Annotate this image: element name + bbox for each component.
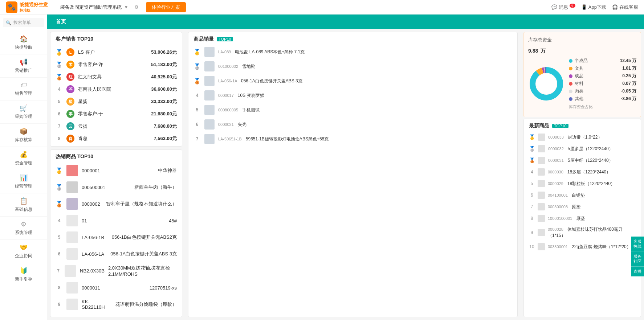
sidebar-item-system[interactable]: ⚙ 系统管理 xyxy=(0,217,47,240)
product-image xyxy=(66,282,78,294)
message-button[interactable]: 💬 消息 6 xyxy=(551,4,575,11)
rank-name: 苍南县人民医院 xyxy=(78,86,147,93)
product-ranking-header: 商品销量 TOP10 xyxy=(188,32,517,45)
rank-number: 7 xyxy=(56,124,63,129)
topbar-right: 💬 消息 6 📱 App下载 🎧 在线客服 xyxy=(551,4,638,11)
rank-number: 8 xyxy=(56,136,63,141)
search-menu-button[interactable]: 🔍 搜索菜单 xyxy=(3,18,44,27)
inventory-summary-panel: 库存总资金 9.88 万 xyxy=(523,32,641,117)
sidebar-label-sales: 销售管理 xyxy=(15,90,32,97)
sidebar: 🔍 搜索菜单 🏠 快捷导航 📢 营销推广 🏷 销售管理 🛒 采购管理 📦 库存核… xyxy=(0,15,47,320)
hot-product-item: 8 0000011 12070519-xs xyxy=(50,279,182,296)
left-column: 客户销售 TOP10 🥇 L LS 客户 53,006.26元 🥈 xyxy=(47,29,185,320)
newest-item: 🥈 0000032 5厘多层（1220*2440） xyxy=(524,143,641,155)
rank-value: 51,183.00元 xyxy=(151,61,177,68)
product-info: 0000017 10S 变刹罗猴 xyxy=(218,93,512,99)
sidebar-label-finance: 资金管理 xyxy=(15,160,32,166)
sidebar-item-purchase[interactable]: 🛒 采购管理 xyxy=(0,100,47,124)
float-btn-live[interactable]: 直播 xyxy=(631,267,644,276)
sidebar-label-basic: 基础信息 xyxy=(15,206,32,213)
legend-dot xyxy=(569,82,572,86)
product-name: 2.0X30MM双搓花轴,搓花直径2.1MM/ROHS xyxy=(108,265,177,277)
sidebar-item-marketing[interactable]: 📢 营销推广 xyxy=(0,54,47,78)
legend-item-stationery: 文具 1.01 万 xyxy=(569,65,636,71)
home-tab[interactable]: 首页 xyxy=(53,19,69,25)
rank-value: 36,600.00元 xyxy=(151,86,177,93)
sidebar-label-inventory: 库存核算 xyxy=(15,137,32,143)
marketing-icon: 📢 xyxy=(20,58,28,66)
sidebar-item-operations[interactable]: 📊 经营管理 xyxy=(0,170,47,193)
rank-value: 7,563.00元 xyxy=(154,135,177,142)
app-download-button[interactable]: 📱 App下载 xyxy=(581,4,606,11)
product-info: 0000030 18多层（1220*2440） xyxy=(548,169,636,175)
product-image xyxy=(538,157,545,164)
product-image xyxy=(66,231,78,243)
legend-item-meat: 肉类 -0.05 万 xyxy=(569,88,636,94)
system-name: 装备及固定资产辅助管理系统 ▼ xyxy=(60,4,129,11)
legend-value: 1.01 万 xyxy=(622,65,636,71)
online-service-button[interactable]: 🎧 在线客服 xyxy=(612,4,638,11)
sidebar-item-guide[interactable]: 🔰 新手引导 xyxy=(0,263,47,286)
sidebar-item-finance[interactable]: 💰 资金管理 xyxy=(0,147,47,170)
rank-number: 8 xyxy=(56,285,63,290)
medal-icon: 🥇 xyxy=(193,49,201,56)
dropdown-arrow-icon[interactable]: ▼ xyxy=(124,4,129,10)
ranking-item: 7 LA-59651-1B 59651-1B旋转投影灯电池盒ABS黑色+58克 xyxy=(188,132,517,146)
sidebar-item-cooperation[interactable]: 🤝 企业协同 xyxy=(0,240,47,263)
product-name: 45# xyxy=(169,218,177,223)
cooperation-icon: 🤝 xyxy=(20,243,28,251)
medal-icon: 🥉 xyxy=(56,201,63,208)
rank-number: 4 xyxy=(529,169,535,175)
newest-products-title: 最新商品 xyxy=(529,123,549,129)
sidebar-label-guide: 新手引导 xyxy=(15,276,32,282)
ranking-item: 🥉 LA-056-1A 056-1A白色按键开关盖ABS 3克 xyxy=(188,74,517,88)
product-info: 001000002 雪地靴 xyxy=(218,63,512,70)
hot-products-title: 热销商品 TOP10 xyxy=(56,153,93,160)
finance-icon: 💰 xyxy=(20,151,28,159)
sidebar-item-sales[interactable]: 🏷 销售管理 xyxy=(0,78,47,100)
rank-number: 4 xyxy=(56,218,63,223)
rank-value: 7,680.00元 xyxy=(154,123,177,130)
logo-sub: 标准版 xyxy=(20,8,48,13)
product-info: 000800005 手机测试 xyxy=(218,107,512,113)
home-icon: 🏠 xyxy=(20,35,28,43)
gear-icon[interactable]: ⚙ xyxy=(134,4,139,10)
legend-item-material: 材料 0.07 万 xyxy=(569,81,636,87)
medal-icon: 🥈 xyxy=(56,61,63,68)
legend-label: 成品 xyxy=(575,73,620,79)
ranking-item: 🥈 001000002 雪地靴 xyxy=(188,59,517,74)
newest-item: 10 003800001 22g鱼豆腐-烧烤味（1*12*20） xyxy=(524,241,641,253)
rank-badge: 苍 xyxy=(66,85,74,93)
sidebar-item-basic[interactable]: 📋 基础信息 xyxy=(0,193,47,217)
float-btn-service[interactable]: 客服热线 xyxy=(631,237,644,252)
float-btn-community[interactable]: 服务社区 xyxy=(631,251,644,267)
product-name: 056-1A白色按键开关盖ABS 3克 xyxy=(110,251,177,257)
newest-products-header: 最新商品 TOP10 xyxy=(524,119,641,131)
trial-button[interactable]: 体验行业方案 xyxy=(146,2,186,12)
newest-item: 🥇 0000033 封边带（1.0*22） xyxy=(524,131,641,143)
legend-value: -3.86 万 xyxy=(621,96,636,102)
product-code: 0000011 xyxy=(82,285,146,291)
rank-badge: L xyxy=(66,48,74,56)
newest-products-panel: 最新商品 TOP10 🥇 0000033 封边带（1.0*22） 🥈 0000 xyxy=(523,119,641,317)
product-image xyxy=(538,243,545,250)
product-image xyxy=(204,134,215,144)
product-image xyxy=(204,47,215,57)
sidebar-item-inventory[interactable]: 📦 库存核算 xyxy=(0,124,47,147)
product-image xyxy=(538,180,545,187)
logo-text: 畅捷通好生意 标准版 xyxy=(20,1,48,13)
sales-icon: 🏷 xyxy=(20,81,27,89)
legend-label: 肉类 xyxy=(575,88,619,94)
product-ranking-badge: TOP10 xyxy=(217,37,233,41)
donut-chart xyxy=(528,66,564,102)
sidebar-label-cooperation: 企业协同 xyxy=(15,253,32,259)
product-name: 12070519-xs xyxy=(150,285,177,291)
mobile-icon: 📱 xyxy=(581,4,587,10)
sidebar-item-quick-nav[interactable]: 🏠 快捷导航 xyxy=(0,31,47,54)
product-image xyxy=(204,76,215,86)
inventory-icon: 📦 xyxy=(20,127,28,135)
logo: 🐾 畅捷通好生意 标准版 xyxy=(6,1,53,13)
rank-number: 4 xyxy=(193,93,201,98)
product-image xyxy=(204,119,215,130)
hot-product-item: 4 01 45# xyxy=(50,212,182,229)
